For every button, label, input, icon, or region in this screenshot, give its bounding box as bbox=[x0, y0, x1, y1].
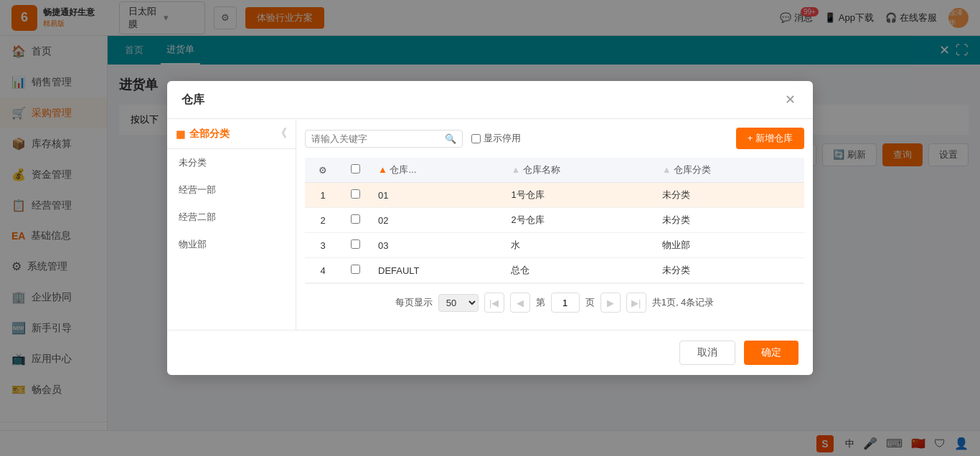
next-page-btn[interactable]: ▶ bbox=[600, 293, 621, 313]
row-name: 2号仓库 bbox=[502, 208, 653, 233]
page-unit: 页 bbox=[585, 296, 595, 309]
category-all-item[interactable]: ▦ 全部分类 bbox=[176, 128, 230, 141]
row-category: 物业部 bbox=[654, 233, 804, 258]
table-body: 1 01 1号仓库 未分类 2 bbox=[305, 183, 804, 283]
search-input-wrap: 🔍 bbox=[305, 130, 463, 148]
sort-icon-2: ▲ bbox=[511, 164, 520, 175]
category-item-0[interactable]: 未分类 bbox=[167, 149, 296, 176]
row-checkbox-cell bbox=[341, 208, 369, 233]
row-name: 总仓 bbox=[502, 258, 653, 283]
row-code: 03 bbox=[369, 233, 502, 258]
table-row[interactable]: 2 02 2号仓库 未分类 bbox=[305, 208, 804, 233]
sort-icon: ▲ bbox=[378, 164, 387, 175]
row-code: DEFAULT bbox=[369, 258, 502, 283]
last-page-btn[interactable]: ▶| bbox=[626, 293, 646, 313]
row-index: 1 bbox=[305, 183, 341, 208]
row-checkbox-cell bbox=[341, 183, 369, 208]
category-panel: ▦ 全部分类 《 未分类 经营一部 经营二部 物业部 bbox=[167, 119, 296, 330]
cancel-button[interactable]: 取消 bbox=[679, 341, 735, 365]
row-category: 未分类 bbox=[654, 183, 804, 208]
search-icon[interactable]: 🔍 bbox=[445, 133, 456, 144]
show-disabled-checkbox-label[interactable]: 显示停用 bbox=[471, 132, 521, 145]
settings-col-icon: ⚙ bbox=[319, 165, 327, 176]
category-item-1[interactable]: 经营一部 bbox=[167, 176, 296, 204]
table-toolbar: 🔍 显示停用 + 新增仓库 bbox=[305, 128, 804, 149]
table-row[interactable]: 4 DEFAULT 总仓 未分类 bbox=[305, 258, 804, 283]
row-checkbox-cell bbox=[341, 233, 369, 258]
category-header: ▦ 全部分类 《 bbox=[167, 119, 296, 149]
col-header-code: ▲ 仓库... bbox=[369, 158, 502, 183]
show-disabled-checkbox[interactable] bbox=[471, 134, 481, 143]
col-header-checkbox bbox=[341, 158, 369, 183]
table-row[interactable]: 3 03 水 物业部 bbox=[305, 233, 804, 258]
modal-footer: 取消 确定 bbox=[167, 330, 813, 375]
page-size-label: 每页显示 bbox=[395, 296, 433, 309]
show-disabled-label: 显示停用 bbox=[484, 132, 521, 145]
table-container: ⚙ ▲ 仓库... ▲ bbox=[305, 158, 804, 283]
row-checkbox[interactable] bbox=[351, 239, 360, 249]
page-size-select[interactable]: 50 10 20 100 bbox=[438, 294, 479, 312]
table-panel: 🔍 显示停用 + 新增仓库 ⚙ bbox=[296, 119, 813, 330]
pagination: 每页显示 50 10 20 100 |◀ ◀ 第 页 ▶ ▶| 共1页, 4条记… bbox=[305, 283, 804, 321]
row-code: 02 bbox=[369, 208, 502, 233]
row-index: 3 bbox=[305, 233, 341, 258]
add-warehouse-button[interactable]: + 新增仓库 bbox=[736, 128, 804, 149]
category-collapse-btn[interactable]: 《 bbox=[275, 126, 287, 141]
modal-body: ▦ 全部分类 《 未分类 经营一部 经营二部 物业部 🔍 bbox=[167, 119, 813, 330]
row-category: 未分类 bbox=[654, 208, 804, 233]
sort-icon-3: ▲ bbox=[662, 164, 672, 175]
table-head: ⚙ ▲ 仓库... ▲ bbox=[305, 158, 804, 183]
select-all-checkbox[interactable] bbox=[351, 164, 360, 174]
page-input[interactable] bbox=[551, 293, 580, 313]
warehouse-table: ⚙ ▲ 仓库... ▲ bbox=[305, 158, 804, 283]
page-label: 第 bbox=[536, 296, 545, 309]
category-all-label: 全部分类 bbox=[189, 128, 230, 141]
row-name: 1号仓库 bbox=[502, 183, 653, 208]
row-category: 未分类 bbox=[654, 258, 804, 283]
row-index: 4 bbox=[305, 258, 341, 283]
col-header-settings: ⚙ bbox=[305, 158, 341, 183]
grid-icon: ▦ bbox=[176, 128, 185, 140]
first-page-btn[interactable]: |◀ bbox=[484, 293, 504, 313]
row-checkbox[interactable] bbox=[351, 189, 360, 199]
total-info: 共1页, 4条记录 bbox=[652, 296, 715, 309]
confirm-button[interactable]: 确定 bbox=[744, 341, 798, 365]
search-input[interactable] bbox=[311, 133, 445, 144]
col-header-category: ▲ 仓库分类 bbox=[654, 158, 804, 183]
modal-close-button[interactable]: ✕ bbox=[781, 91, 798, 108]
row-code: 01 bbox=[369, 183, 502, 208]
category-item-2[interactable]: 经营二部 bbox=[167, 204, 296, 231]
col-header-name: ▲ 仓库名称 bbox=[502, 158, 653, 183]
table-row[interactable]: 1 01 1号仓库 未分类 bbox=[305, 183, 804, 208]
row-checkbox-cell bbox=[341, 258, 369, 283]
category-item-3[interactable]: 物业部 bbox=[167, 231, 296, 258]
row-name: 水 bbox=[502, 233, 653, 258]
prev-page-btn[interactable]: ◀ bbox=[510, 293, 530, 313]
row-checkbox[interactable] bbox=[351, 214, 360, 224]
modal-overlay: 仓库 ✕ ▦ 全部分类 《 未分类 经营一部 经营二部 物业部 bbox=[0, 0, 980, 456]
row-checkbox[interactable] bbox=[351, 265, 360, 274]
modal-title: 仓库 bbox=[182, 92, 781, 108]
warehouse-modal: 仓库 ✕ ▦ 全部分类 《 未分类 经营一部 经营二部 物业部 bbox=[167, 81, 813, 375]
row-index: 2 bbox=[305, 208, 341, 233]
modal-header: 仓库 ✕ bbox=[167, 81, 813, 119]
